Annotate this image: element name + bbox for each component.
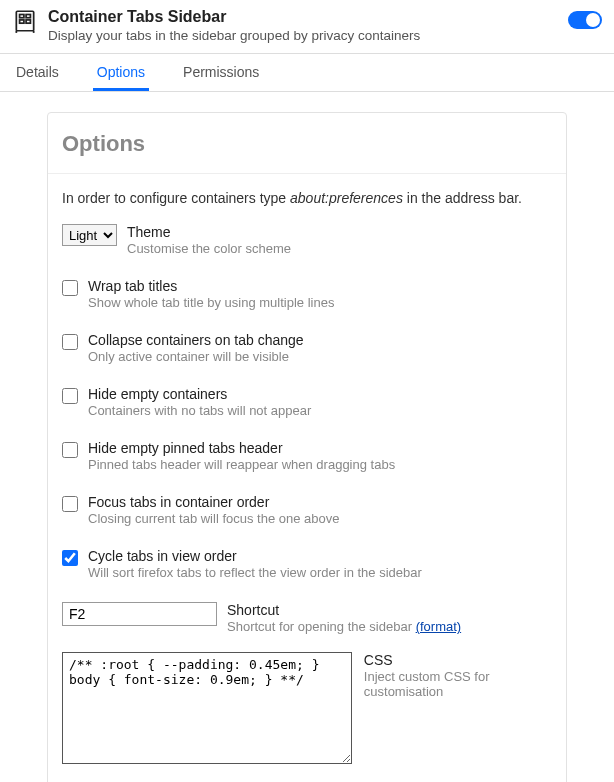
option-label: Hide empty containers [88,386,311,402]
intro-em: about:preferences [290,190,403,206]
option-label: Collapse containers on tab change [88,332,304,348]
option-row: Cycle tabs in view orderWill sort firefo… [62,548,552,580]
option-row: Focus tabs in container orderClosing cur… [62,494,552,526]
theme-label: Theme [127,224,291,240]
extension-title: Container Tabs Sidebar [48,8,568,26]
shortcut-format-link[interactable]: (format) [416,619,462,634]
option-checkbox-2[interactable] [62,388,78,404]
option-checkbox-1[interactable] [62,334,78,350]
shortcut-desc: Shortcut for opening the sidebar (format… [227,619,461,634]
shortcut-label: Shortcut [227,602,461,618]
option-label: Cycle tabs in view order [88,548,422,564]
option-row: Hide empty pinned tabs headerPinned tabs… [62,440,552,472]
extension-subtitle: Display your tabs in the sidebar grouped… [48,28,568,43]
option-desc: Pinned tabs header will reappear when dr… [88,457,395,472]
css-desc: Inject custom CSS for customisation [364,669,552,699]
extension-enable-toggle[interactable] [568,11,602,29]
option-label: Hide empty pinned tabs header [88,440,395,456]
css-label: CSS [364,652,552,668]
option-checkbox-4[interactable] [62,496,78,512]
svg-rect-4 [26,20,30,23]
svg-rect-3 [20,20,24,23]
options-panel: Options In order to configure containers… [47,112,567,782]
tab-details[interactable]: Details [12,54,63,91]
tab-options[interactable]: Options [93,54,149,91]
svg-rect-2 [26,15,30,18]
option-row: Hide empty containersContainers with no … [62,386,552,418]
shortcut-input[interactable] [62,602,217,626]
option-checkbox-0[interactable] [62,280,78,296]
option-label: Wrap tab titles [88,278,334,294]
tab-strip: Details Options Permissions [0,53,614,92]
theme-select[interactable]: Light [62,224,117,246]
option-checkbox-3[interactable] [62,442,78,458]
css-textarea[interactable] [62,652,352,764]
option-desc: Only active container will be visible [88,349,304,364]
intro-text: In order to configure containers type ab… [62,190,552,206]
theme-desc: Customise the color scheme [127,241,291,256]
extension-icon [12,8,38,34]
option-label: Focus tabs in container order [88,494,339,510]
option-desc: Will sort firefox tabs to reflect the vi… [88,565,422,580]
option-desc: Closing current tab will focus the one a… [88,511,339,526]
panel-title: Options [48,113,566,174]
option-row: Collapse containers on tab changeOnly ac… [62,332,552,364]
svg-rect-1 [20,15,24,18]
extension-header: Container Tabs Sidebar Display your tabs… [0,0,614,53]
shortcut-desc-text: Shortcut for opening the sidebar [227,619,416,634]
option-row: Wrap tab titlesShow whole tab title by u… [62,278,552,310]
option-desc: Containers with no tabs will not appear [88,403,311,418]
intro-pre: In order to configure containers type [62,190,290,206]
option-checkbox-5[interactable] [62,550,78,566]
option-desc: Show whole tab title by using multiple l… [88,295,334,310]
intro-post: in the address bar. [403,190,522,206]
tab-permissions[interactable]: Permissions [179,54,263,91]
